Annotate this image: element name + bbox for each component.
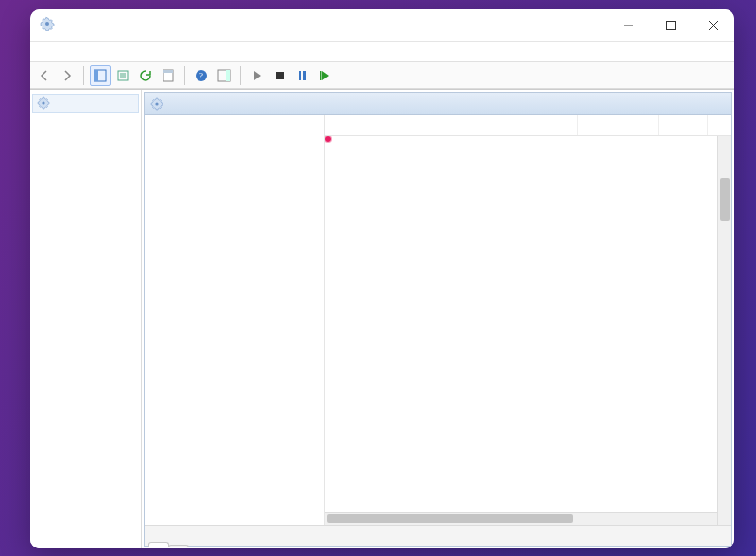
svg-rect-16	[303, 71, 306, 80]
svg-rect-6	[94, 70, 98, 81]
svg-rect-17	[320, 71, 322, 80]
svg-text:?: ?	[199, 71, 203, 80]
menubar	[30, 42, 734, 62]
maximize-button[interactable]	[649, 9, 692, 42]
export-list-button[interactable]	[112, 65, 133, 86]
svg-point-18	[42, 101, 44, 104]
pane-header	[145, 93, 731, 115]
gear-icon	[150, 97, 163, 111]
close-button[interactable]	[692, 9, 734, 42]
show-hide-action-pane-button[interactable]	[214, 65, 234, 86]
help-button[interactable]: ?	[191, 65, 212, 86]
toolbar-separator	[83, 66, 84, 85]
toolbar: ?	[30, 62, 734, 89]
toolbar-separator	[240, 66, 241, 85]
list-header	[325, 115, 731, 136]
properties-button[interactable]	[158, 65, 179, 86]
selection-highlight-callout	[325, 136, 331, 142]
right-pane	[144, 92, 732, 547]
pane-content	[145, 115, 731, 525]
vertical-scroll-thumb[interactable]	[720, 178, 730, 221]
forward-button[interactable]	[57, 65, 77, 86]
svg-rect-15	[299, 71, 301, 80]
svg-rect-13	[226, 70, 230, 81]
horizontal-scrollbar[interactable]	[325, 512, 717, 525]
tree-pane	[30, 90, 142, 548]
stop-service-button[interactable]	[269, 65, 290, 86]
refresh-button[interactable]	[135, 65, 156, 86]
svg-rect-14	[276, 72, 284, 79]
pause-service-button[interactable]	[292, 65, 313, 86]
view-tabs	[145, 525, 731, 546]
column-header-desc[interactable]	[578, 115, 659, 135]
services-app-icon	[40, 16, 55, 34]
tab-extended[interactable]	[148, 542, 169, 547]
window-controls	[607, 9, 734, 42]
svg-rect-2	[666, 21, 675, 29]
tab-standard[interactable]	[168, 545, 189, 547]
minimize-button[interactable]	[607, 9, 649, 42]
back-button[interactable]	[34, 65, 55, 86]
tree-root-services-local[interactable]	[32, 94, 139, 113]
horizontal-scroll-thumb[interactable]	[327, 514, 573, 523]
list-body	[325, 136, 731, 525]
svg-point-19	[155, 102, 158, 105]
start-service-button[interactable]	[247, 65, 267, 86]
column-header-name[interactable]	[325, 115, 578, 135]
body	[30, 89, 734, 548]
vertical-scrollbar[interactable]	[717, 136, 731, 525]
titlebar	[30, 9, 734, 42]
gear-icon	[37, 96, 50, 110]
service-detail-panel	[145, 115, 324, 525]
svg-point-0	[45, 22, 49, 26]
show-hide-tree-button[interactable]	[90, 65, 111, 86]
svg-rect-9	[163, 70, 173, 73]
services-window: ?	[30, 9, 734, 548]
toolbar-separator	[184, 66, 185, 85]
column-header-status[interactable]	[659, 115, 708, 135]
restart-service-button[interactable]	[315, 65, 335, 86]
service-list	[324, 115, 731, 525]
